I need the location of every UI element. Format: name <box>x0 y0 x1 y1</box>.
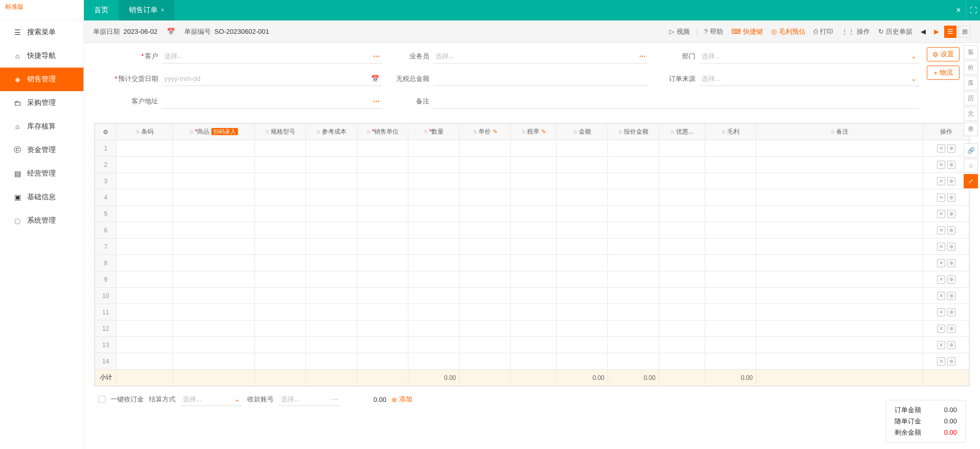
logistics-button[interactable]: +物流 <box>927 66 960 80</box>
rail-coupon[interactable]: 券 <box>964 122 978 136</box>
print-button[interactable]: ⎙打印 <box>811 26 836 37</box>
copy-row-icon[interactable]: ⊕ <box>947 292 955 300</box>
salesman-select[interactable]: 选择...⋯ <box>433 49 648 63</box>
delete-row-icon[interactable]: ✕ <box>937 243 945 251</box>
delivery-date-input[interactable]: yyyy-mm-dd📅 <box>162 72 382 86</box>
sidebar-item-system[interactable]: ◌ 系统管理 <box>0 209 83 232</box>
delete-row-icon[interactable]: ✕ <box>937 308 945 316</box>
delete-row-icon[interactable]: ✕ <box>937 177 945 185</box>
copy-row-icon[interactable]: ⊕ <box>947 161 955 169</box>
col-remark[interactable]: ⇅备注 <box>756 124 923 140</box>
sidebar-item-money[interactable]: ⓒ 资金管理 <box>0 138 83 162</box>
rail-history[interactable]: 历 <box>964 91 978 105</box>
table-row[interactable]: 9✕⊕ <box>95 271 969 288</box>
history-button[interactable]: ↻历史单据 <box>875 26 916 37</box>
prev-doc-button[interactable]: ◀ <box>918 27 929 36</box>
sidebar-item-info[interactable]: ▣ 基础信息 <box>0 185 83 209</box>
table-row[interactable]: 2✕⊕ <box>95 157 969 173</box>
tab-sales-order[interactable]: 销售订单 × <box>119 0 175 20</box>
help-button[interactable]: ?帮助 <box>701 26 726 37</box>
copy-row-icon[interactable]: ⊕ <box>947 144 955 153</box>
more-icon[interactable]: ⋯ <box>373 52 380 60</box>
customer-select[interactable]: 选择...⋯ <box>162 49 382 63</box>
table-row[interactable]: 10✕⊕ <box>95 288 969 304</box>
rail-stock[interactable]: 库 <box>964 76 978 90</box>
delete-row-icon[interactable]: ✕ <box>937 275 945 284</box>
rail-expand-icon[interactable]: ⤢ <box>964 174 978 188</box>
calendar-icon[interactable]: 📅 <box>167 28 175 35</box>
table-row[interactable]: 8✕⊕ <box>95 255 969 271</box>
delete-row-icon[interactable]: ✕ <box>937 341 945 349</box>
table-row[interactable]: 11✕⊕ <box>95 304 969 320</box>
sidebar-item-inventory[interactable]: ⌂ 库存核算 <box>0 115 83 138</box>
chevron-down-icon[interactable]: ⌄ <box>911 52 917 60</box>
sidebar-item-purchase[interactable]: 🗀 采购管理 <box>0 91 83 115</box>
sidebar-item-search[interactable]: ☰ 搜索菜单 <box>0 20 83 44</box>
dept-select[interactable]: 选择...⌄ <box>700 49 920 63</box>
shortcut-button[interactable]: ⌨快捷键 <box>728 26 766 37</box>
sidebar-item-sales[interactable]: ◈ 销售管理 <box>0 68 83 91</box>
col-gear[interactable]: ⚙ <box>95 124 117 140</box>
addr-input[interactable]: ⋯ <box>162 94 382 109</box>
delete-row-icon[interactable]: ✕ <box>937 292 945 300</box>
copy-row-icon[interactable]: ⊕ <box>947 357 955 366</box>
table-row[interactable]: 3✕⊕ <box>95 173 969 189</box>
table-row[interactable]: 1✕⊕ <box>95 140 969 157</box>
tab-home[interactable]: 首页 <box>84 0 119 20</box>
col-barcode[interactable]: ⇅条码 <box>117 124 173 140</box>
col-discount[interactable]: ⇅优惠... <box>659 124 705 140</box>
deposit-checkbox[interactable] <box>98 396 105 403</box>
edit-icon[interactable]: ✎ <box>493 129 497 135</box>
rail-favorite-icon[interactable]: ☆ <box>964 159 978 173</box>
col-spec[interactable]: ⇅规格型号 <box>255 124 306 140</box>
copy-row-icon[interactable]: ⊕ <box>947 194 955 202</box>
delete-row-icon[interactable]: ✕ <box>937 194 945 202</box>
col-refcost[interactable]: ⇅参考成本 <box>306 124 357 140</box>
view-form-button[interactable]: ☰ <box>944 26 956 38</box>
col-product[interactable]: ⇅*商品扫码录入 <box>173 124 255 140</box>
doc-date-value[interactable]: 2023-06-02 <box>123 28 158 35</box>
col-profit[interactable]: ⇅毛利 <box>705 124 756 140</box>
view-list-button[interactable]: ⊞ <box>959 26 971 38</box>
delete-row-icon[interactable]: ✕ <box>937 226 945 234</box>
table-row[interactable]: 12✕⊕ <box>95 320 969 337</box>
rail-owe[interactable]: 欠 <box>964 106 978 121</box>
more-icon[interactable]: ⋯ <box>639 52 646 60</box>
delete-row-icon[interactable]: ✕ <box>937 259 945 267</box>
col-amount[interactable]: ⇅金额 <box>557 124 608 140</box>
settle-select[interactable]: 选择...⌄ <box>181 393 242 406</box>
copy-row-icon[interactable]: ⊕ <box>947 226 955 234</box>
remark-input[interactable] <box>433 94 920 109</box>
rail-price[interactable]: 价 <box>964 60 978 75</box>
copy-row-icon[interactable]: ⊕ <box>947 325 955 333</box>
table-row[interactable]: 13✕⊕ <box>95 337 969 353</box>
chevron-down-icon[interactable]: ⌄ <box>911 75 917 82</box>
delete-row-icon[interactable]: ✕ <box>937 357 945 366</box>
delete-row-icon[interactable]: ✕ <box>937 210 945 218</box>
copy-row-icon[interactable]: ⊕ <box>947 177 955 185</box>
delete-row-icon[interactable]: ✕ <box>937 325 945 333</box>
next-doc-button[interactable]: ▶ <box>931 27 942 36</box>
delete-row-icon[interactable]: ✕ <box>937 161 945 169</box>
copy-row-icon[interactable]: ⊕ <box>947 259 955 267</box>
add-button[interactable]: ⊕添加 <box>391 395 412 404</box>
amount-input[interactable] <box>433 72 648 86</box>
delete-row-icon[interactable]: ✕ <box>937 144 945 153</box>
copy-row-icon[interactable]: ⊕ <box>947 275 955 284</box>
account-select[interactable]: 选择...⋯ <box>279 393 340 406</box>
copy-row-icon[interactable]: ⊕ <box>947 243 955 251</box>
table-row[interactable]: 7✕⊕ <box>95 239 969 255</box>
table-row[interactable]: 4✕⊕ <box>95 189 969 206</box>
table-row[interactable]: 14✕⊕ <box>95 353 969 370</box>
copy-row-icon[interactable]: ⊕ <box>947 308 955 316</box>
close-icon[interactable]: × <box>161 7 164 14</box>
profit-button[interactable]: ◎毛利预估 <box>768 26 809 37</box>
copy-row-icon[interactable]: ⊕ <box>947 210 955 218</box>
calendar-icon[interactable]: 📅 <box>371 75 379 82</box>
col-quote[interactable]: ⇅报价金额 <box>608 124 659 140</box>
edit-icon[interactable]: ✎ <box>541 129 546 135</box>
table-row[interactable]: 5✕⊕ <box>95 206 969 222</box>
source-select[interactable]: 选择...⌄ <box>700 72 920 86</box>
operate-button[interactable]: ⋮⋮操作 <box>838 26 873 37</box>
settings-button[interactable]: ⚙设置 <box>927 47 960 61</box>
